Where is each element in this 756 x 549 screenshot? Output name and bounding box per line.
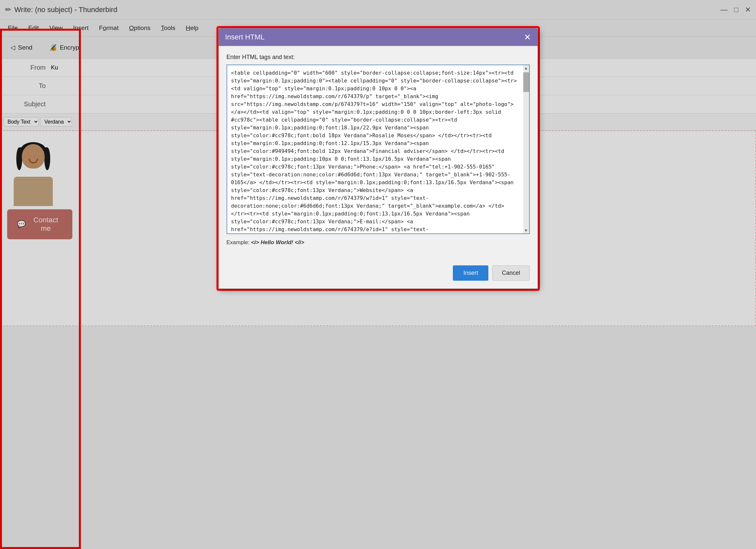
dialog-red-border: Insert HTML ✕ Enter HTML tags and text: … — [216, 26, 540, 291]
scroll-up[interactable]: ▲ — [523, 65, 529, 71]
dialog-close-button[interactable]: ✕ — [524, 33, 531, 41]
dialog-footer: Insert Cancel — [219, 260, 538, 289]
html-input[interactable]: <table cellpadding="0" width="600" style… — [227, 65, 523, 233]
insert-html-dialog: Insert HTML ✕ Enter HTML tags and text: … — [218, 28, 538, 289]
modal-overlay: Insert HTML ✕ Enter HTML tags and text: … — [0, 0, 756, 549]
dialog-label: Enter HTML tags and text: — [227, 54, 530, 61]
scroll-down[interactable]: ▼ — [523, 228, 529, 233]
dialog-titlebar: Insert HTML ✕ — [219, 28, 538, 46]
example-label: Example: — [227, 239, 250, 245]
example-text: Example: <i> Hello World! </i> — [227, 239, 530, 246]
example-code: <i> Hello World! </i> — [251, 239, 304, 245]
dialog-body: Enter HTML tags and text: <table cellpad… — [219, 46, 538, 260]
insert-button[interactable]: Insert — [453, 265, 488, 281]
dialog-title: Insert HTML — [225, 33, 265, 41]
scroll-thumb[interactable] — [523, 72, 529, 92]
textarea-scrollbar[interactable]: ▲ ▼ — [523, 65, 529, 233]
dialog-textarea-wrapper: <table cellpadding="0" width="600" style… — [227, 65, 530, 234]
cancel-button[interactable]: Cancel — [492, 265, 529, 281]
